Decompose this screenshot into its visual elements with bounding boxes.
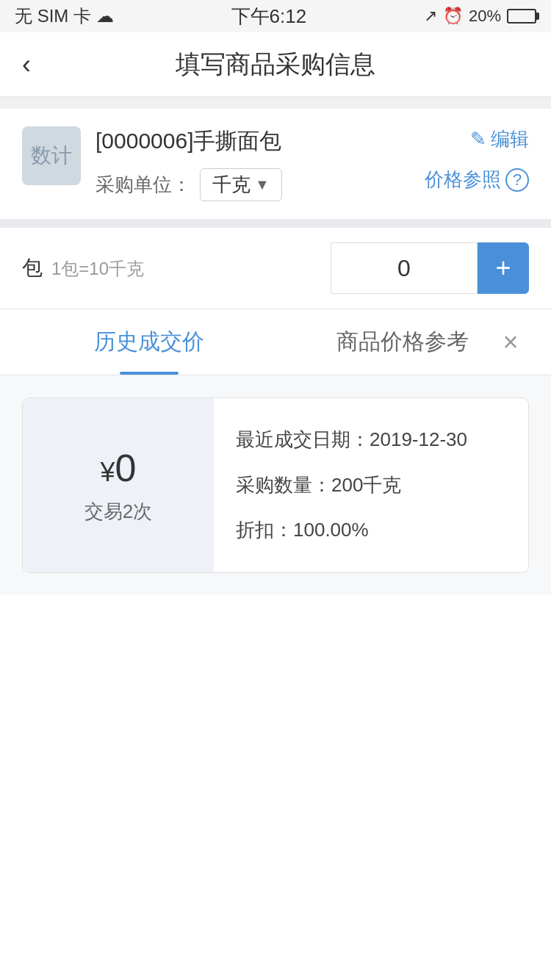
price-discount: 折扣：100.00% xyxy=(236,515,506,546)
page-title: 填写商品采购信息 xyxy=(176,48,375,82)
close-panel-button[interactable]: × xyxy=(492,324,529,361)
edit-button[interactable]: ✎ 编辑 xyxy=(470,126,529,152)
product-right: ✎ 编辑 价格参照 ? xyxy=(425,126,529,192)
status-right: ↗ ⏰ 20% xyxy=(424,7,536,26)
price-value: 0 xyxy=(115,447,137,489)
quantity-plus-button[interactable]: + xyxy=(478,242,529,294)
price-amount: ¥0 xyxy=(101,446,137,490)
product-info: [0000006]手撕面包 采购单位： 千克 ▼ xyxy=(96,126,282,201)
gray-divider xyxy=(0,219,551,228)
location-icon: ↗ xyxy=(424,7,437,26)
price-qty: 采购数量：200千克 xyxy=(236,470,506,501)
bottom-panel: 历史成交价 商品价格参考 × ¥0 交易2次 最近成交日期：2019-12-30… xyxy=(0,309,551,595)
price-help-icon: ? xyxy=(505,168,529,192)
price-ref-label: 价格参照 xyxy=(425,167,501,192)
tab-price-reference-label: 商品价格参考 xyxy=(336,327,469,357)
status-time: 下午6:12 xyxy=(231,4,307,29)
product-unit-row: 采购单位： 千克 ▼ xyxy=(96,168,282,201)
price-latest-date-value: 2019-12-30 xyxy=(370,428,467,450)
product-left: 数计 [0000006]手撕面包 采购单位： 千克 ▼ xyxy=(22,126,282,201)
unit-value: 千克 xyxy=(212,172,251,198)
edit-icon: ✎ xyxy=(470,128,486,151)
price-latest-date: 最近成交日期：2019-12-30 xyxy=(236,425,506,455)
nav-bar: ‹ 填写商品采购信息 xyxy=(0,32,551,97)
price-ref-button[interactable]: 价格参照 ? xyxy=(425,167,529,192)
quantity-right: 0 + xyxy=(331,242,529,294)
alarm-icon: ⏰ xyxy=(443,7,463,26)
product-name: [0000006]手撕面包 xyxy=(96,126,282,156)
quantity-left: 包 1包=10千克 xyxy=(22,254,144,282)
qty-unit-label: 包 xyxy=(22,254,43,282)
back-button[interactable]: ‹ xyxy=(22,49,66,80)
battery-percent: 20% xyxy=(469,7,501,26)
price-symbol: ¥ xyxy=(101,457,115,487)
status-left: 无 SIM 卡 ☁ xyxy=(15,4,114,28)
price-discount-label: 折扣： xyxy=(236,519,293,541)
tab-price-reference[interactable]: 商品价格参考 xyxy=(276,309,529,375)
sim-label: 无 SIM 卡 ☁ xyxy=(15,4,114,28)
unit-select[interactable]: 千克 ▼ xyxy=(200,168,282,201)
price-latest-date-label: 最近成交日期： xyxy=(236,428,370,450)
panel-content: ¥0 交易2次 最近成交日期：2019-12-30 采购数量：200千克 折扣：… xyxy=(0,375,551,595)
edit-label: 编辑 xyxy=(491,126,529,152)
price-card: ¥0 交易2次 最近成交日期：2019-12-30 采购数量：200千克 折扣：… xyxy=(22,397,529,573)
status-bar: 无 SIM 卡 ☁ 下午6:12 ↗ ⏰ 20% xyxy=(0,0,551,32)
panel-tabs: 历史成交价 商品价格参考 × xyxy=(0,309,551,375)
price-left-col: ¥0 交易2次 xyxy=(23,398,214,572)
tab-underline xyxy=(120,372,179,375)
price-times: 交易2次 xyxy=(84,499,152,525)
price-qty-value: 200千克 xyxy=(331,474,401,496)
price-right-col: 最近成交日期：2019-12-30 采购数量：200千克 折扣：100.00% xyxy=(214,398,528,572)
unit-arrow-icon: ▼ xyxy=(255,176,270,193)
product-card: 数计 [0000006]手撕面包 采购单位： 千克 ▼ ✎ 编辑 价格参照 xyxy=(0,109,551,219)
battery-icon xyxy=(507,9,536,24)
quantity-input[interactable]: 0 xyxy=(331,242,478,294)
price-discount-value: 100.00% xyxy=(293,519,369,541)
product-logo: 数计 xyxy=(22,126,81,185)
quantity-row: 包 1包=10千克 0 + xyxy=(0,228,551,309)
qty-conversion: 1包=10千克 xyxy=(51,257,144,281)
price-qty-label: 采购数量： xyxy=(236,474,331,496)
product-logo-text: 数计 xyxy=(31,142,72,170)
page-rest xyxy=(0,595,551,980)
unit-label: 采购单位： xyxy=(96,172,191,198)
tab-history-price[interactable]: 历史成交价 xyxy=(22,309,276,375)
tab-history-price-label: 历史成交价 xyxy=(94,327,204,357)
